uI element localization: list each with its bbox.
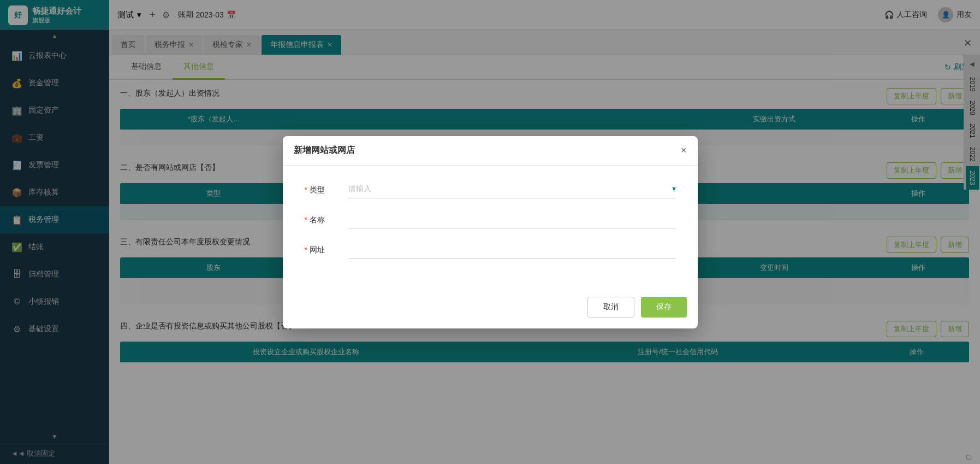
dialog-header: 新增网站或网店 × [283,136,698,166]
required-star-type: * [305,185,307,194]
form-label-type: * 类型 [305,185,348,195]
save-button[interactable]: 保存 [641,297,687,318]
type-dropdown-icon[interactable]: ▾ [672,184,676,193]
dialog-title: 新增网站或网店 [294,145,355,156]
required-star-name: * [305,215,307,224]
dialog-body: * 类型 ▾ * 名称 * 网址 [283,166,698,289]
dialog-close-button[interactable]: × [681,145,687,156]
label-type-text: 类型 [310,185,325,194]
form-label-name: * 名称 [305,215,348,225]
url-input-wrapper [348,242,676,259]
type-input-wrapper: ▾ [348,182,676,198]
label-name-text: 名称 [310,215,325,224]
form-row-name: * 名称 [305,212,676,228]
dialog-add-website: 新增网站或网店 × * 类型 ▾ * 名称 [283,136,698,328]
form-row-type: * 类型 ▾ [305,182,676,198]
cancel-button[interactable]: 取消 [587,297,634,318]
name-input[interactable] [348,212,676,225]
url-input[interactable] [348,242,676,255]
required-star-url: * [305,245,307,254]
label-url-text: 网址 [310,245,325,254]
type-input[interactable] [348,182,676,195]
dialog-footer: 取消 保存 [283,289,698,328]
form-row-url: * 网址 [305,242,676,259]
name-input-wrapper [348,212,676,228]
form-label-url: * 网址 [305,245,348,255]
